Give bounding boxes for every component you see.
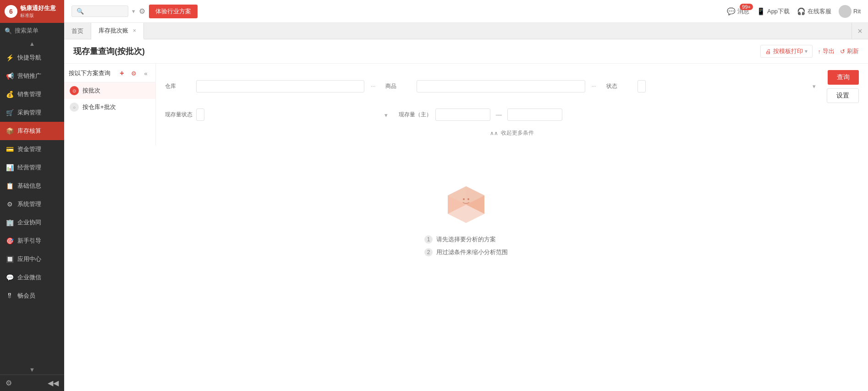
warehouse-more-btn[interactable]: ··· bbox=[368, 81, 378, 91]
scheme-item-warehouse-batch[interactable]: ○ 按仓库+批次 bbox=[64, 99, 155, 115]
sidebar: 6 畅康通好生意 标准版 🔍 搜索菜单 ▲ ⚡ 快捷导航 📢 营销推广 💰 销售… bbox=[0, 0, 64, 391]
stock-status-select[interactable] bbox=[196, 109, 204, 121]
export-label: 导出 bbox=[823, 47, 835, 55]
sidebar-scroll-down[interactable]: ▼ bbox=[0, 364, 64, 375]
stock-qty-to-input[interactable] bbox=[507, 109, 562, 121]
scheme-panel-header: 按以下方案查询 + ⚙ « bbox=[64, 68, 155, 82]
topbar-search-input[interactable] bbox=[87, 8, 123, 15]
scheme-panel: 按以下方案查询 + ⚙ « ⊙ bbox=[64, 64, 156, 145]
newbie-icon: 🎯 bbox=[5, 237, 14, 245]
filter-settings-btn[interactable]: 设置 bbox=[827, 88, 859, 103]
stock-qty-from-input[interactable] bbox=[435, 109, 490, 121]
export-btn[interactable]: ↑ 导出 bbox=[818, 47, 835, 55]
app-version: 标准版 bbox=[20, 12, 56, 18]
sidebar-settings-icon[interactable]: ⚙ bbox=[5, 379, 12, 387]
close-all-tabs-btn[interactable]: × bbox=[852, 23, 868, 39]
sidebar-item-basic[interactable]: 📋 基础信息 bbox=[0, 177, 64, 195]
messages-badge: 99+ bbox=[740, 4, 753, 10]
scheme-warehouse-label: 按仓库+批次 bbox=[82, 103, 116, 111]
filter-form: 仓库 ··· 商品 ··· 状态 bbox=[156, 64, 868, 145]
operation-icon: 📊 bbox=[5, 163, 14, 172]
sidebar-item-marketing[interactable]: 📢 营销推广 bbox=[0, 67, 64, 85]
goods-more-btn[interactable]: ··· bbox=[589, 81, 599, 91]
hint-2: 2 用过滤条件来缩小分析范围 bbox=[424, 248, 508, 256]
sidebar-item-operation[interactable]: 📊 经营管理 bbox=[0, 158, 64, 177]
online-service-btn[interactable]: 🎧 在线客服 bbox=[797, 7, 831, 16]
goods-input[interactable] bbox=[417, 80, 585, 92]
member-icon: 🎖 bbox=[5, 292, 14, 300]
app-name: 畅康通好生意 bbox=[20, 5, 56, 12]
hint-2-text: 用过滤条件来缩小分析范围 bbox=[436, 248, 508, 256]
topbar-left: 🔍 ▾ ⚙ 体验行业方案 bbox=[71, 5, 721, 18]
scheme-add-btn[interactable]: + bbox=[117, 68, 127, 78]
search-icon: 🔍 bbox=[77, 8, 84, 15]
print-icon: 🖨 bbox=[765, 48, 771, 55]
sidebar-collapse-icon[interactable]: ◀◀ bbox=[48, 379, 59, 387]
tab-inventory-batch-label: 库存批次账 bbox=[99, 27, 128, 35]
sidebar-item-label: 系统管理 bbox=[17, 200, 41, 208]
template-print-btn[interactable]: 🖨 按模板打印 ▾ bbox=[760, 45, 813, 58]
wechat-icon: 💬 bbox=[5, 273, 14, 282]
tab-close-icon[interactable]: × bbox=[133, 27, 136, 34]
status-select[interactable] bbox=[637, 80, 646, 92]
sidebar-item-label: 库存核算 bbox=[17, 127, 41, 135]
sidebar-item-quick-nav[interactable]: ⚡ 快捷导航 bbox=[0, 49, 64, 67]
filter-collapse-btn[interactable]: ∧∧ 收起更多条件 bbox=[165, 126, 859, 140]
messages-btn[interactable]: 💬 消息 99+ bbox=[727, 7, 749, 16]
sidebar-item-app-center[interactable]: 🔲 应用中心 bbox=[0, 250, 64, 268]
warehouse-input[interactable] bbox=[196, 80, 364, 92]
scheme-batch-label: 按批次 bbox=[82, 87, 100, 95]
sidebar-item-finance[interactable]: 💳 资金管理 bbox=[0, 140, 64, 158]
sidebar-search[interactable]: 🔍 搜索菜单 bbox=[0, 23, 64, 38]
app-download-icon: 📱 bbox=[757, 7, 765, 16]
sidebar-item-wechat[interactable]: 💬 企业微信 bbox=[0, 268, 64, 287]
hint-1-num: 1 bbox=[424, 235, 433, 244]
scheme-settings-btn[interactable]: ⚙ bbox=[129, 68, 139, 78]
experience-btn[interactable]: 体验行业方案 bbox=[149, 5, 198, 18]
scheme-warehouse-icon: ○ bbox=[70, 103, 79, 112]
sales-icon: 💰 bbox=[5, 90, 14, 98]
dropdown-icon[interactable]: ▾ bbox=[132, 8, 135, 15]
hint-1-text: 请先选择要分析的方案 bbox=[436, 235, 496, 244]
page-header: 现存量查询(按批次) 🖨 按模板打印 ▾ ↑ 导出 ↺ 刷新 bbox=[64, 39, 868, 64]
print-dropdown-icon[interactable]: ▾ bbox=[805, 48, 808, 54]
status-label: 状态 bbox=[606, 82, 634, 90]
empty-box-svg bbox=[439, 173, 494, 223]
purchase-icon: 🛒 bbox=[5, 109, 14, 117]
sidebar-item-label: 畅会员 bbox=[17, 292, 35, 300]
refresh-btn[interactable]: ↺ 刷新 bbox=[840, 47, 859, 55]
sidebar-item-enterprise[interactable]: 🏢 企业协同 bbox=[0, 213, 64, 232]
user-menu-btn[interactable]: Rit bbox=[839, 5, 861, 18]
app-title-group: 畅康通好生意 标准版 bbox=[20, 5, 56, 18]
marketing-icon: 📢 bbox=[5, 72, 14, 80]
tabbar: 首页 库存批次账 × × bbox=[64, 23, 868, 39]
scheme-collapse-btn[interactable]: « bbox=[141, 68, 151, 78]
query-btn[interactable]: 查询 bbox=[828, 70, 859, 85]
topbar-search-box[interactable]: 🔍 bbox=[71, 5, 128, 17]
sidebar-item-label: 经营管理 bbox=[17, 163, 41, 172]
scheme-item-batch[interactable]: ⊙ 按批次 bbox=[64, 82, 155, 99]
app-download-label: App下载 bbox=[767, 7, 790, 16]
app-download-btn[interactable]: 📱 App下载 bbox=[757, 7, 790, 16]
quick-nav-icon: ⚡ bbox=[5, 54, 14, 62]
sidebar-item-newbie[interactable]: 🎯 新手引导 bbox=[0, 232, 64, 250]
tab-home[interactable]: 首页 bbox=[64, 23, 91, 39]
topbar-settings-icon[interactable]: ⚙ bbox=[139, 7, 145, 16]
scheme-panel-actions: + ⚙ « bbox=[117, 68, 151, 78]
page-actions: 🖨 按模板打印 ▾ ↑ 导出 ↺ 刷新 bbox=[760, 45, 859, 58]
search-label: 搜索菜单 bbox=[15, 27, 38, 35]
sidebar-item-label: 营销推广 bbox=[17, 72, 41, 80]
tab-home-label: 首页 bbox=[71, 27, 83, 35]
search-icon: 🔍 bbox=[5, 27, 12, 34]
sidebar-item-member[interactable]: 🎖 畅会员 bbox=[0, 287, 64, 305]
sidebar-item-label: 采购管理 bbox=[17, 109, 41, 117]
sidebar-item-sales[interactable]: 💰 销售管理 bbox=[0, 85, 64, 103]
sidebar-item-inventory[interactable]: 📦 库存核算 bbox=[0, 122, 64, 140]
sidebar-item-label: 销售管理 bbox=[17, 90, 41, 98]
filter-goods-field: 商品 ··· bbox=[385, 80, 599, 92]
sidebar-scroll-up[interactable]: ▲ bbox=[0, 38, 64, 49]
tab-inventory-batch[interactable]: 库存批次账 × bbox=[91, 23, 144, 39]
empty-hints: 1 请先选择要分析的方案 2 用过滤条件来缩小分析范围 bbox=[424, 235, 508, 256]
sidebar-item-system[interactable]: ⚙ 系统管理 bbox=[0, 195, 64, 213]
sidebar-item-purchase[interactable]: 🛒 采购管理 bbox=[0, 103, 64, 122]
